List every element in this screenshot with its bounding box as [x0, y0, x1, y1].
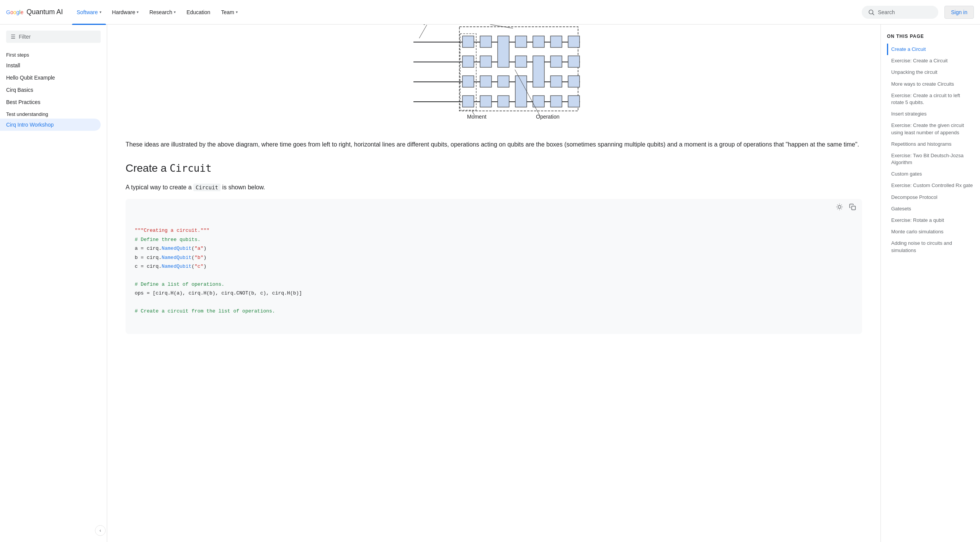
svg-point-41 — [838, 205, 841, 208]
header: Google Quantum AI Software ▾ Hardware ▾ … — [0, 0, 980, 24]
sidebar-section-first-steps: First steps — [0, 49, 107, 59]
hardware-dropdown-icon: ▾ — [137, 10, 139, 14]
main-content: Qubit Circuit — [107, 0, 880, 352]
research-dropdown-icon: ▾ — [174, 10, 176, 14]
toc-item-gatesets[interactable]: Gatesets — [887, 203, 974, 215]
svg-line-6 — [419, 25, 427, 38]
search-label: Search — [878, 9, 895, 15]
site-title: Quantum AI — [26, 8, 63, 16]
svg-rect-22 — [515, 36, 527, 47]
toc-item-exercise-appends[interactable]: Exercise: Create the given circuit using… — [887, 120, 974, 138]
toc-item-custom-gates[interactable]: Custom gates — [887, 168, 974, 180]
nav-team[interactable]: Team ▾ — [216, 6, 242, 18]
svg-rect-19 — [498, 36, 509, 67]
svg-rect-13 — [462, 76, 474, 87]
svg-rect-15 — [480, 36, 492, 47]
circuit-svg: Qubit Circuit — [398, 12, 590, 127]
team-dropdown-icon: ▾ — [236, 10, 238, 14]
svg-line-1 — [873, 13, 874, 15]
sidebar: ☰ Filter First steps Install Hello Qubit… — [0, 24, 107, 352]
code-content: """Creating a circuit.""" # Define three… — [126, 199, 862, 334]
brightness-icon — [836, 203, 843, 210]
software-dropdown-icon: ▾ — [100, 10, 101, 14]
google-logo: Google — [6, 9, 23, 15]
svg-rect-30 — [550, 76, 562, 87]
svg-rect-18 — [480, 96, 492, 107]
description-paragraph: These ideas are illustrated by the above… — [126, 139, 862, 150]
svg-rect-31 — [550, 96, 562, 107]
section-heading: Create a Circuit — [126, 162, 862, 174]
site-logo[interactable]: Google Quantum AI — [6, 8, 63, 16]
svg-rect-20 — [498, 76, 509, 87]
svg-rect-35 — [568, 96, 580, 107]
nav-hardware[interactable]: Hardware ▾ — [108, 6, 144, 18]
main-nav: Software ▾ Hardware ▾ Research ▾ Educati… — [72, 6, 856, 18]
code-toolbar — [830, 199, 862, 215]
svg-text:Moment: Moment — [467, 114, 487, 120]
toc-item-exercise-rotate-qubits[interactable]: Exercise: Create a circuit to left rotat… — [887, 90, 974, 108]
toc-item-exercise-two-bit[interactable]: Exercise: Two Bit Deutsch-Jozsa Algorith… — [887, 150, 974, 168]
circuit-diagram: Qubit Circuit — [126, 12, 862, 127]
filter-icon: ☰ — [11, 34, 16, 40]
svg-line-48 — [837, 209, 838, 209]
svg-rect-21 — [498, 96, 509, 107]
svg-rect-28 — [550, 36, 562, 47]
svg-rect-26 — [533, 56, 544, 87]
toc-item-create-circuit[interactable]: Create a Circuit — [887, 44, 974, 55]
svg-rect-32 — [568, 36, 580, 47]
toc-item-unpacking-circuit[interactable]: Unpacking the circuit — [887, 67, 974, 78]
toc-item-monte-carlo[interactable]: Monte carlo simulations — [887, 226, 974, 238]
svg-rect-23 — [515, 56, 527, 67]
toc-item-repetitions[interactable]: Repetitions and histograms — [887, 138, 974, 150]
right-toc: On this page Create a Circuit Exercise: … — [880, 24, 980, 352]
toc-item-exercise-custom-rx[interactable]: Exercise: Custom Controlled Rx gate — [887, 180, 974, 191]
toc-item-insert-strategies[interactable]: Insert strategies — [887, 108, 974, 120]
svg-rect-34 — [568, 76, 580, 87]
sidebar-item-cirq-basics[interactable]: Cirq Basics — [0, 84, 101, 96]
intro-paragraph: A typical way to create a Circuit is sho… — [126, 182, 862, 193]
sidebar-section-test-understanding: Test understanding — [0, 108, 107, 119]
svg-point-0 — [869, 10, 873, 14]
toc-item-exercise-rotate-qubit[interactable]: Exercise: Rotate a qubit — [887, 215, 974, 226]
toc-item-adding-noise[interactable]: Adding noise to circuits and simulations — [887, 238, 974, 256]
svg-line-45 — [841, 209, 842, 209]
svg-rect-25 — [533, 36, 544, 47]
svg-rect-24 — [515, 76, 527, 107]
copy-code-button[interactable] — [848, 202, 858, 212]
svg-line-5 — [490, 24, 513, 28]
svg-rect-17 — [480, 76, 492, 87]
svg-rect-14 — [462, 96, 474, 107]
nav-research[interactable]: Research ▾ — [145, 6, 180, 18]
toc-item-more-ways[interactable]: More ways to create Circuits — [887, 78, 974, 90]
svg-rect-33 — [568, 56, 580, 67]
svg-rect-29 — [550, 56, 562, 67]
code-block-container: """Creating a circuit.""" # Define three… — [126, 199, 862, 334]
toc-item-decompose-protocol[interactable]: Decompose Protocol — [887, 192, 974, 203]
sidebar-item-cirq-intro[interactable]: Cirq Intro Workshop — [0, 119, 101, 131]
sidebar-filter[interactable]: ☰ Filter — [6, 31, 101, 43]
svg-rect-27 — [533, 96, 544, 107]
copy-icon — [849, 203, 856, 210]
svg-rect-50 — [852, 206, 856, 210]
sidebar-item-hello-qubit[interactable]: Hello Qubit Example — [0, 72, 101, 84]
svg-text:Operation: Operation — [536, 114, 559, 120]
svg-rect-11 — [462, 36, 474, 47]
search-icon — [868, 9, 875, 16]
search-bar[interactable]: Search — [862, 6, 938, 19]
sign-in-button[interactable]: Sign in — [944, 6, 974, 19]
filter-label: Filter — [19, 34, 31, 40]
svg-line-44 — [837, 205, 838, 205]
sidebar-item-install[interactable]: Install — [0, 59, 101, 72]
toc-item-exercise-create-circuit[interactable]: Exercise: Create a Circuit — [887, 55, 974, 67]
toc-title: On this page — [887, 34, 974, 39]
svg-rect-12 — [462, 56, 474, 67]
svg-line-49 — [841, 205, 842, 205]
theme-toggle-button[interactable] — [835, 202, 844, 212]
sidebar-item-best-practices[interactable]: Best Practices — [0, 96, 101, 108]
svg-rect-16 — [480, 56, 492, 67]
nav-education[interactable]: Education — [182, 6, 215, 18]
nav-software[interactable]: Software ▾ — [72, 6, 106, 18]
